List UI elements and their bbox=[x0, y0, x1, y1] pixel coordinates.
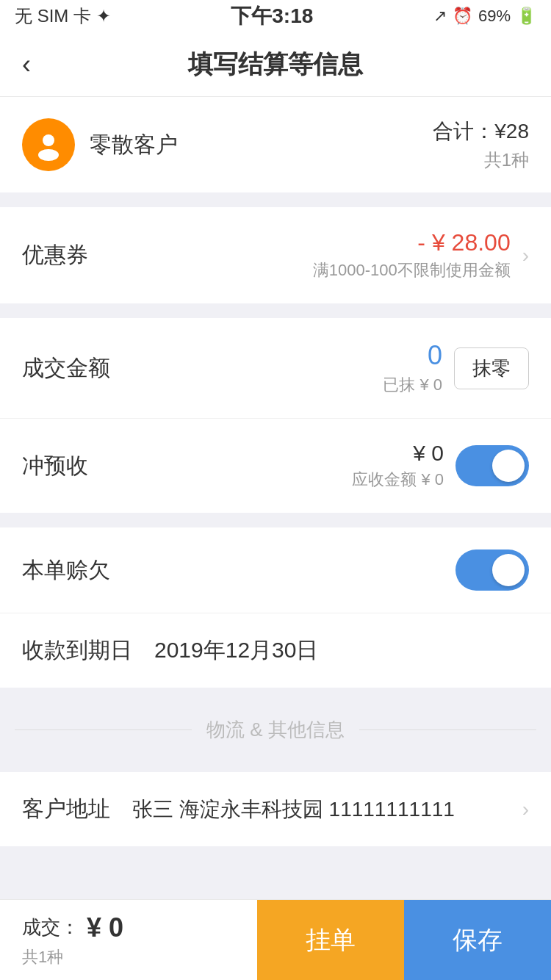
logistics-label: 物流 & 其他信息 bbox=[206, 717, 345, 743]
status-left: 无 SIM 卡 ✦ bbox=[15, 4, 111, 28]
due-date-row: 收款到期日 2019年12月30日 bbox=[0, 613, 551, 688]
save-button[interactable]: 保存 bbox=[404, 900, 551, 980]
address-value: 张三 海淀永丰科技园 11111111111 bbox=[132, 796, 522, 824]
debt-section: 本单赊欠 收款到期日 2019年12月30日 bbox=[0, 527, 551, 688]
coupon-discount: - ¥ 28.00 bbox=[313, 229, 511, 256]
prepayment-right: ¥ 0 应收金额 ¥ 0 bbox=[352, 441, 529, 491]
transaction-label: 成交金额 bbox=[22, 353, 110, 383]
hold-button[interactable]: 挂单 bbox=[257, 900, 404, 980]
transaction-row: 成交金额 0 已抹 ¥ 0 抹零 bbox=[0, 318, 551, 419]
debt-label: 本单赊欠 bbox=[22, 555, 110, 586]
customer-total: 合计：¥28 bbox=[433, 118, 529, 145]
transaction-right-text: 0 已抹 ¥ 0 bbox=[383, 340, 442, 396]
transaction-amount-sub: 已抹 ¥ 0 bbox=[383, 374, 442, 396]
status-bar: 无 SIM 卡 ✦ 下午3:18 ↗ ⏰ 69% 🔋 bbox=[0, 0, 551, 32]
page-title: 填写结算等信息 bbox=[188, 48, 363, 82]
address-chevron-icon: › bbox=[522, 798, 529, 821]
bottom-count: 共1种 bbox=[22, 946, 235, 968]
bottom-deal: 成交： ¥ 0 bbox=[22, 912, 235, 943]
avatar bbox=[22, 118, 75, 171]
battery-icon: 🔋 bbox=[516, 7, 536, 26]
coupon-row[interactable]: 优惠券 - ¥ 28.00 满1000-100不限制使用金额 › bbox=[0, 207, 551, 303]
bottom-bar: 成交： ¥ 0 共1种 挂单 保存 bbox=[0, 899, 551, 980]
bottom-deal-amount: ¥ 0 bbox=[87, 912, 123, 943]
address-label: 客户地址 bbox=[22, 794, 110, 824]
customer-left: 零散客户 bbox=[22, 118, 178, 171]
coupon-label: 优惠券 bbox=[22, 240, 88, 270]
debt-row: 本单赊欠 bbox=[0, 527, 551, 613]
logistics-divider: 物流 & 其他信息 bbox=[0, 702, 551, 757]
prepayment-amount: ¥ 0 bbox=[352, 441, 444, 466]
nav-bar: ‹ 填写结算等信息 bbox=[0, 32, 551, 97]
prepayment-sub: 应收金额 ¥ 0 bbox=[352, 469, 444, 491]
status-time: 下午3:18 bbox=[231, 2, 313, 30]
coupon-right-text: - ¥ 28.00 满1000-100不限制使用金额 bbox=[313, 229, 511, 281]
alarm-icon: ⏰ bbox=[453, 7, 472, 26]
location-icon: ↗ bbox=[433, 7, 447, 26]
prepayment-label: 冲预收 bbox=[22, 451, 88, 481]
no-sim-text: 无 SIM 卡 ✦ bbox=[15, 4, 111, 28]
transaction-amount-value[interactable]: 0 bbox=[383, 340, 442, 371]
transaction-section: 成交金额 0 已抹 ¥ 0 抹零 冲预收 ¥ 0 应收金额 ¥ 0 bbox=[0, 318, 551, 513]
debt-toggle[interactable] bbox=[455, 550, 529, 591]
customer-count: 共1种 bbox=[433, 148, 529, 172]
prepayment-right-text: ¥ 0 应收金额 ¥ 0 bbox=[352, 441, 444, 491]
transaction-right: 0 已抹 ¥ 0 抹零 bbox=[383, 340, 529, 396]
coupon-right: - ¥ 28.00 满1000-100不限制使用金额 › bbox=[313, 229, 529, 281]
prepayment-row: 冲预收 ¥ 0 应收金额 ¥ 0 bbox=[0, 419, 551, 513]
svg-point-0 bbox=[43, 134, 54, 146]
bottom-deal-label: 成交： bbox=[22, 915, 79, 940]
back-button[interactable]: ‹ bbox=[22, 49, 31, 80]
status-right: ↗ ⏰ 69% 🔋 bbox=[433, 7, 536, 26]
customer-name: 零散客户 bbox=[90, 130, 178, 160]
address-section[interactable]: 客户地址 张三 海淀永丰科技园 11111111111 › bbox=[0, 772, 551, 846]
bottom-info: 成交： ¥ 0 共1种 bbox=[0, 900, 257, 980]
coupon-section: 优惠券 - ¥ 28.00 满1000-100不限制使用金额 › bbox=[0, 207, 551, 303]
round-button[interactable]: 抹零 bbox=[454, 347, 529, 389]
customer-section: 零散客户 合计：¥28 共1种 bbox=[0, 97, 551, 192]
svg-point-1 bbox=[38, 149, 59, 161]
battery-text: 69% bbox=[478, 7, 511, 26]
prepayment-toggle[interactable] bbox=[455, 445, 529, 486]
content: 零散客户 合计：¥28 共1种 优惠券 - ¥ 28.00 满1000-100不… bbox=[0, 97, 551, 934]
due-date-label: 收款到期日 bbox=[22, 635, 132, 666]
due-date-value: 2019年12月30日 bbox=[154, 635, 318, 666]
customer-total-area: 合计：¥28 共1种 bbox=[433, 118, 529, 172]
chevron-right-icon: › bbox=[522, 244, 529, 267]
coupon-desc: 满1000-100不限制使用金额 bbox=[313, 259, 511, 281]
